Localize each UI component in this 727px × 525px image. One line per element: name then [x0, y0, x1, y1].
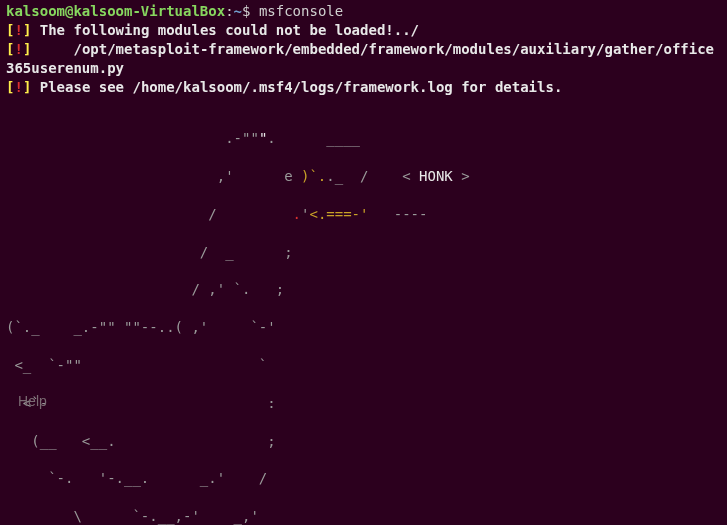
warning-line-3: [!] Please see /home/kalsoom/.msf4/logs/… [6, 78, 721, 97]
user-host: kalsoom@kalsoom-VirtualBox [6, 3, 225, 19]
warning-text-3: Please see /home/kalsoom/.msf4/logs/fram… [31, 79, 562, 95]
shell-prompt[interactable]: kalsoom@kalsoom-VirtualBox:~$ msfconsole [6, 2, 721, 21]
warning-line-2: [!] /opt/metasploit-framework/embedded/f… [6, 40, 721, 78]
cwd: ~ [234, 3, 242, 19]
help-overlay-label: Help [18, 392, 47, 411]
ascii-art-banner: .-""". ____ ,' e )`.._ / < HONK > / .'<.… [6, 110, 721, 525]
typed-command [250, 3, 258, 19]
warning-text-1: The following modules could not be loade… [31, 22, 419, 38]
typed-command-text: msfconsole [259, 3, 343, 19]
warning-line-1: [!] The following modules could not be l… [6, 21, 721, 40]
warning-text-2: /opt/metasploit-framework/embedded/frame… [6, 41, 714, 76]
path-sep: : [225, 3, 233, 19]
